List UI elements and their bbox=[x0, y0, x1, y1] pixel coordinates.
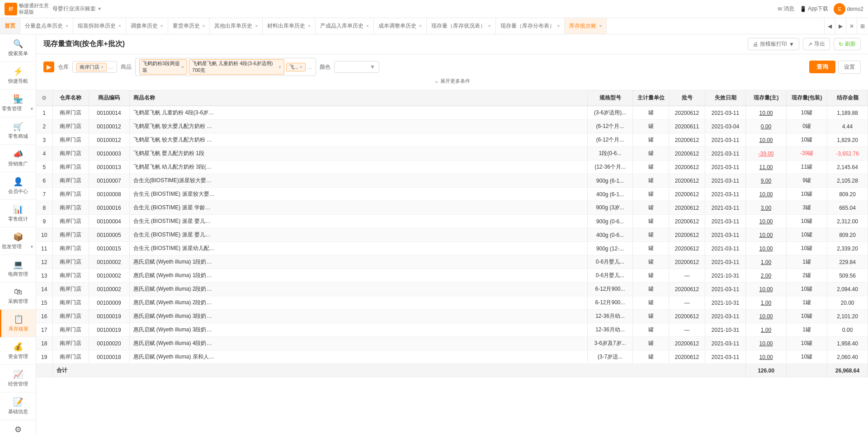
warehouse-dots[interactable]: ... bbox=[108, 64, 113, 70]
tab-kucunpicizh[interactable]: 库存批次账 × bbox=[565, 18, 607, 34]
cell-code: 00100015 bbox=[89, 242, 129, 255]
tag-close-icon[interactable]: × bbox=[101, 65, 104, 70]
cell-stock-main[interactable]: 1.00 bbox=[746, 296, 787, 310]
sidebar-item-retail-mgmt[interactable]: 🏪 零售管理 ▼ bbox=[0, 90, 36, 117]
summary-label: 合计 bbox=[52, 364, 746, 377]
cell-stock-main[interactable]: 10.00 bbox=[746, 106, 787, 120]
tab-close-icon[interactable]: × bbox=[366, 24, 369, 28]
cell-stock-main[interactable]: 1.00 bbox=[746, 255, 787, 269]
tab-yaohuo[interactable]: 要货单历史 × bbox=[168, 18, 210, 34]
top-title[interactable]: 母婴行业演示账套 ▼ bbox=[52, 5, 774, 13]
tab-close-icon[interactable]: × bbox=[203, 24, 205, 28]
sidebar-item-member[interactable]: 👤 会员中心 bbox=[0, 172, 36, 200]
cell-stock-main[interactable]: 10.00 bbox=[746, 215, 787, 228]
cell-balance: 229.84 bbox=[827, 255, 868, 269]
cell-stock-main[interactable]: 10.00 bbox=[746, 310, 787, 323]
goods-tag-1[interactable]: 飞鹤奶粉3段两提装 × bbox=[139, 59, 187, 75]
tab-close-icon[interactable]: × bbox=[308, 24, 311, 28]
cell-stock-main[interactable]: 10.00 bbox=[746, 188, 787, 201]
color-filter-input[interactable]: ▼ bbox=[334, 61, 379, 73]
cell-stock-main[interactable]: 10.00 bbox=[746, 337, 787, 350]
tab-close-icon[interactable]: × bbox=[160, 24, 163, 28]
cell-stock-main[interactable]: 11.00 bbox=[746, 160, 787, 174]
search-btn[interactable]: 查询 bbox=[809, 61, 835, 73]
cell-stock-main[interactable]: 1.00 bbox=[746, 323, 787, 337]
template-print-btn[interactable]: 🖨 按模板打印 ▼ bbox=[748, 38, 799, 50]
tab-zuzhuangchaijie[interactable]: 组装拆卸单历史 × bbox=[73, 18, 126, 34]
nav-left-arrow[interactable]: ◀ bbox=[825, 18, 835, 34]
tab-home[interactable]: 首页 bbox=[0, 18, 20, 34]
cell-index: 10 bbox=[36, 228, 52, 242]
refresh-btn[interactable]: ↻ 刷新 bbox=[834, 38, 861, 50]
tag-close-icon[interactable]: × bbox=[300, 65, 302, 70]
goods-tag-2[interactable]: 飞鹤星飞帆 儿童奶粉 4段(3-6岁适用) 700克 × bbox=[189, 59, 284, 75]
cell-code: 00100020 bbox=[89, 337, 129, 350]
warehouse-filter-group[interactable]: 南岸门店 × ... bbox=[72, 61, 117, 73]
cell-stock-main[interactable]: 0.00 bbox=[746, 120, 787, 133]
sidebar-item-quicknav[interactable]: ⚡ 快捷导航 bbox=[0, 62, 36, 90]
sidebar-item-search[interactable]: 🔍 搜索英单 bbox=[0, 34, 36, 62]
table-row: 6 南岸门店 00100007 合生元(BIOSTIME)派星较大婴儿配方奶粉 … bbox=[36, 174, 868, 188]
cell-stock-main[interactable]: 3.00 bbox=[746, 201, 787, 215]
table-row: 12 南岸门店 00100002 惠氏启赋 (Wyeth illuma) 1段奶… bbox=[36, 255, 868, 269]
cell-spec: (3-6岁适用)... bbox=[588, 106, 633, 120]
sidebar-item-basics[interactable]: 📝 基础信息 bbox=[0, 392, 36, 420]
tab-xiancunliang1[interactable]: 现存量（库存状况表） × bbox=[427, 18, 496, 34]
sidebar-item-retail-shop[interactable]: 🛒 零售商城 bbox=[0, 117, 36, 145]
sidebar-item-wholesale[interactable]: 📦 批发管理 ▼ bbox=[0, 227, 36, 255]
sidebar-item-operation[interactable]: 📈 经营管理 bbox=[0, 365, 36, 392]
expand-more-conditions[interactable]: ⌄ 展开更多条件 bbox=[43, 76, 861, 86]
settings-btn[interactable]: 设置 bbox=[838, 61, 861, 74]
tab-close-icon[interactable]: × bbox=[599, 24, 602, 28]
sidebar-item-marketing[interactable]: 📣 营销推广 bbox=[0, 145, 36, 172]
nav-expand[interactable]: ⊞ bbox=[857, 18, 868, 34]
tab-close-icon[interactable]: × bbox=[419, 24, 422, 28]
goods-tag-3[interactable]: 飞... × bbox=[286, 63, 306, 71]
sidebar-item-finance[interactable]: 💰 资金管理 bbox=[0, 337, 36, 365]
filter-expand-btn[interactable]: ▶ bbox=[43, 61, 54, 72]
tab-diaobodanji[interactable]: 调拨单历史 × bbox=[126, 18, 168, 34]
cell-stock-main[interactable]: 9.00 bbox=[746, 174, 787, 188]
export-btn[interactable]: ↗ 导出 bbox=[803, 38, 830, 50]
tab-fenliangpandian[interactable]: 分量盘点单历史 × bbox=[20, 18, 73, 34]
app-download-btn[interactable]: 📱 App下载 bbox=[800, 5, 828, 13]
warehouse-tag-nananjie[interactable]: 南岸门店 × bbox=[76, 63, 107, 71]
tab-xiancunliang2[interactable]: 现存量（库存分布表） × bbox=[496, 18, 565, 34]
sidebar-item-system[interactable]: ⚙ 系统管理 bbox=[0, 420, 36, 434]
cell-stock-main[interactable]: 10.00 bbox=[746, 242, 787, 255]
tab-chanchengruoku[interactable]: 产成品入库单历史 × bbox=[316, 18, 374, 34]
cell-stock-main[interactable]: 2.00 bbox=[746, 269, 787, 283]
table-settings-icon[interactable]: ⚙ bbox=[42, 95, 47, 101]
goods-dots[interactable]: ... bbox=[307, 64, 312, 70]
nav-close-all[interactable]: ✕ bbox=[846, 18, 857, 34]
cell-code: 00100004 bbox=[89, 215, 129, 228]
sidebar-item-inventory[interactable]: 📋 库存核算 bbox=[0, 310, 36, 337]
sidebar-item-ecommerce[interactable]: 💻 电商管理 bbox=[0, 255, 36, 283]
tab-qita[interactable]: 其他出库单历史 × bbox=[210, 18, 263, 34]
tab-close-icon[interactable]: × bbox=[118, 24, 121, 28]
sidebar-item-retail-stats[interactable]: 📊 零售统计 bbox=[0, 200, 36, 227]
cell-stock-main[interactable]: 10.00 bbox=[746, 133, 787, 147]
cell-expire: 2021-03-11 bbox=[705, 106, 746, 120]
cell-warehouse: 南岸门店 bbox=[52, 242, 89, 255]
cell-stock-main[interactable]: 10.00 bbox=[746, 228, 787, 242]
goods-filter-group[interactable]: 飞鹤奶粉3段两提装 × 飞鹤星飞帆 儿童奶粉 4段(3-6岁适用) 700克 ×… bbox=[135, 58, 316, 76]
tag-close-icon[interactable]: × bbox=[278, 65, 281, 70]
tab-close-icon[interactable]: × bbox=[557, 24, 560, 28]
tab-close-icon[interactable]: × bbox=[66, 24, 68, 28]
cell-code: 00100012 bbox=[89, 133, 129, 147]
store-icon: 🏪 bbox=[13, 94, 23, 104]
tab-cailiaochuku[interactable]: 材料出库单历史 × bbox=[263, 18, 316, 34]
cell-stock-main[interactable]: -39.00 bbox=[746, 147, 787, 160]
tab-close-icon[interactable]: × bbox=[255, 24, 258, 28]
messages-btn[interactable]: ✉ 消息 bbox=[778, 5, 794, 13]
cell-stock-main[interactable]: 10.00 bbox=[746, 283, 787, 296]
user-area[interactable]: E demo2 bbox=[834, 3, 863, 15]
tab-chengbentiaoj[interactable]: 成本调整单历史 × bbox=[374, 18, 427, 34]
tab-close-icon[interactable]: × bbox=[488, 24, 491, 28]
tag-close-icon[interactable]: × bbox=[181, 65, 184, 70]
nav-right-arrow[interactable]: ▶ bbox=[835, 18, 846, 34]
nav-tabs: 首页 分量盘点单历史 × 组装拆卸单历史 × 调拨单历史 × 要货单历史 × 其… bbox=[0, 18, 868, 34]
sidebar-item-purchase[interactable]: 🛍 采购管理 bbox=[0, 283, 36, 310]
cell-stock-main[interactable]: 10.00 bbox=[746, 350, 787, 364]
